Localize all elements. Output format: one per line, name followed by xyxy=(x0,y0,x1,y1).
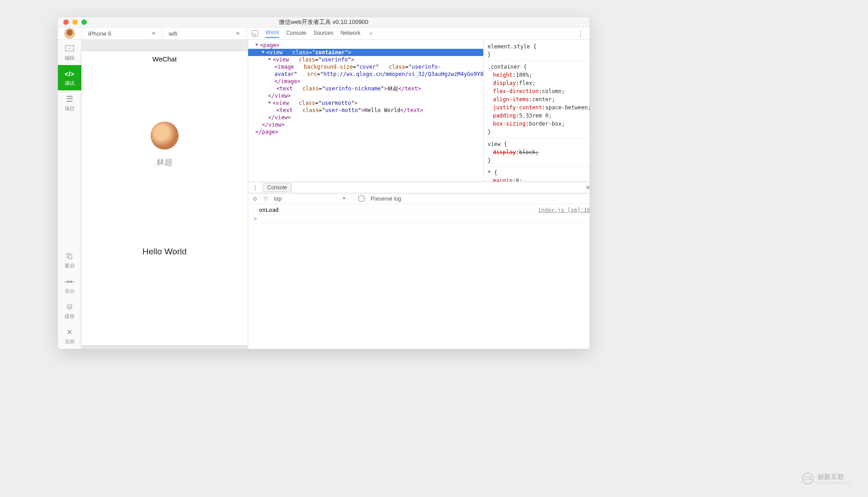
styles-pane[interactable]: element.style { } .container { height:10… xyxy=(483,40,590,182)
console-body[interactable]: onLoad index.js [sm]:16 > xyxy=(248,204,590,349)
sidebar-item-label: 调试 xyxy=(65,80,75,87)
sidebar-item-label: 缓存 xyxy=(65,313,75,320)
tab-wxml[interactable]: Wxml xyxy=(265,29,279,38)
sidebar-item-cache[interactable]: 缓存 xyxy=(58,298,81,324)
style-container-sel: .container { xyxy=(487,63,590,71)
console-filter: ⊘ ▽ top Preserve log xyxy=(248,193,590,204)
style-star-sel: * { xyxy=(487,169,590,177)
layers-icon xyxy=(65,303,74,311)
wxml-motto: Hello World xyxy=(364,107,400,113)
preserve-log-label: Preserve log xyxy=(371,196,401,202)
watermark-text: 创新互联 xyxy=(817,473,844,480)
svg-text:‹›: ‹› xyxy=(68,47,71,51)
console-drawer: ⋮ Console ✕ ⊘ ▽ top Preserve log onLoad … xyxy=(248,182,590,349)
svg-rect-3 xyxy=(69,255,72,259)
devtools-menu-icon[interactable]: ⋮ xyxy=(577,29,584,38)
motto-text: Hello World xyxy=(142,247,187,257)
tab-console[interactable]: Console xyxy=(286,30,306,38)
console-prompt[interactable]: > xyxy=(254,215,257,223)
style-view-sel: view { xyxy=(487,140,590,148)
avatar-src: http://wx.qlogo.cn/mmopen/vi_32/Q3auHgzw… xyxy=(323,71,483,77)
phone-screen[interactable]: WeChat 林超 Hello World xyxy=(81,52,248,345)
sidebar: ‹› 编辑 </> 调试 ☰ 项目 重启 ⇥⇤ 后台 缓存 xyxy=(58,40,81,349)
devtools-panel: <page> <view class="container"> <view cl… xyxy=(248,40,590,349)
window-title: 微信web开发者工具 v0.10.100900 xyxy=(279,18,368,26)
simulator: WeChat 林超 Hello World xyxy=(81,40,248,349)
chevron-down-icon xyxy=(236,33,240,35)
sidebar-item-debug[interactable]: </> 调试 xyxy=(58,65,81,90)
sidebar-item-label: 关闭 xyxy=(65,338,75,345)
network-select[interactable]: wifi xyxy=(162,28,246,39)
chevron-down-icon xyxy=(342,197,346,200)
toolbar: iPhone 6 wifi Wxml Console Sources Netwo… xyxy=(58,27,590,40)
watermark: CX 创新互联 CHUANG XINHU LIAN xyxy=(802,473,850,484)
user-avatar[interactable] xyxy=(58,28,81,39)
sidebar-item-label: 项目 xyxy=(65,105,75,112)
sidebar-item-project[interactable]: ☰ 项目 xyxy=(58,90,81,116)
console-tab[interactable]: Console xyxy=(263,183,292,192)
filter-icon[interactable]: ▽ xyxy=(264,196,268,202)
device-select-label: iPhone 6 xyxy=(88,30,111,37)
traffic-lights xyxy=(63,19,87,25)
clear-console-icon[interactable]: ⊘ xyxy=(253,196,257,202)
menu-icon: ☰ xyxy=(65,95,74,103)
sidebar-item-close[interactable]: ✕ 关闭 xyxy=(58,324,81,349)
network-select-label: wifi xyxy=(169,30,177,37)
close-window-button[interactable] xyxy=(63,19,69,25)
close-drawer-icon[interactable]: ✕ xyxy=(585,184,590,191)
wxml-nickname: 林超 xyxy=(387,85,398,92)
minimize-window-button[interactable] xyxy=(72,19,78,25)
console-message: onLoad xyxy=(254,206,278,214)
username-text: 林超 xyxy=(156,157,173,168)
tab-sources[interactable]: Sources xyxy=(313,30,333,38)
device-select[interactable]: iPhone 6 xyxy=(81,28,162,39)
watermark-logo: CX xyxy=(802,473,814,484)
sidebar-item-label: 编辑 xyxy=(65,55,75,61)
preserve-log-checkbox[interactable] xyxy=(359,196,364,202)
user-avatar-large xyxy=(151,122,179,150)
sidebar-item-restart[interactable]: 重启 xyxy=(58,248,81,273)
console-source-link[interactable]: index.js [sm]:16 xyxy=(538,206,590,214)
wxml-tree[interactable]: <page> <view class="container"> <view cl… xyxy=(248,40,483,182)
devtools-tabs: Wxml Console Sources Network » ⋮ xyxy=(246,28,590,39)
background-icon: ⇥⇤ xyxy=(65,277,74,286)
app-window: 微信web开发者工具 v0.10.100900 iPhone 6 wifi Wx… xyxy=(58,17,590,349)
sidebar-item-label: 重启 xyxy=(65,263,75,269)
main: ‹› 编辑 </> 调试 ☰ 项目 重启 ⇥⇤ 后台 缓存 xyxy=(58,40,590,349)
devtools-top: <page> <view class="container"> <view cl… xyxy=(248,40,590,182)
titlebar: 微信web开发者工具 v0.10.100900 xyxy=(58,17,590,27)
sidebar-item-label: 后台 xyxy=(65,288,75,295)
debug-icon: </> xyxy=(65,70,74,78)
context-select[interactable]: top xyxy=(274,196,282,202)
restart-icon xyxy=(65,252,74,260)
more-tabs-icon[interactable]: » xyxy=(369,30,373,37)
inspect-icon[interactable] xyxy=(252,30,258,37)
console-header: ⋮ Console ✕ xyxy=(248,182,590,193)
console-menu-icon[interactable]: ⋮ xyxy=(253,184,258,191)
watermark-subtext: CHUANG XINHU LIAN xyxy=(817,481,850,484)
close-icon: ✕ xyxy=(65,328,74,336)
code-icon: ‹› xyxy=(65,44,74,52)
maximize-window-button[interactable] xyxy=(81,19,87,25)
sidebar-item-edit[interactable]: ‹› 编辑 xyxy=(58,40,81,65)
chevron-down-icon xyxy=(152,33,156,35)
sidebar-item-background[interactable]: ⇥⇤ 后台 xyxy=(58,273,81,298)
style-element: element.style { xyxy=(487,42,590,51)
app-title: WeChat xyxy=(152,55,177,63)
tab-network[interactable]: Network xyxy=(340,30,360,38)
